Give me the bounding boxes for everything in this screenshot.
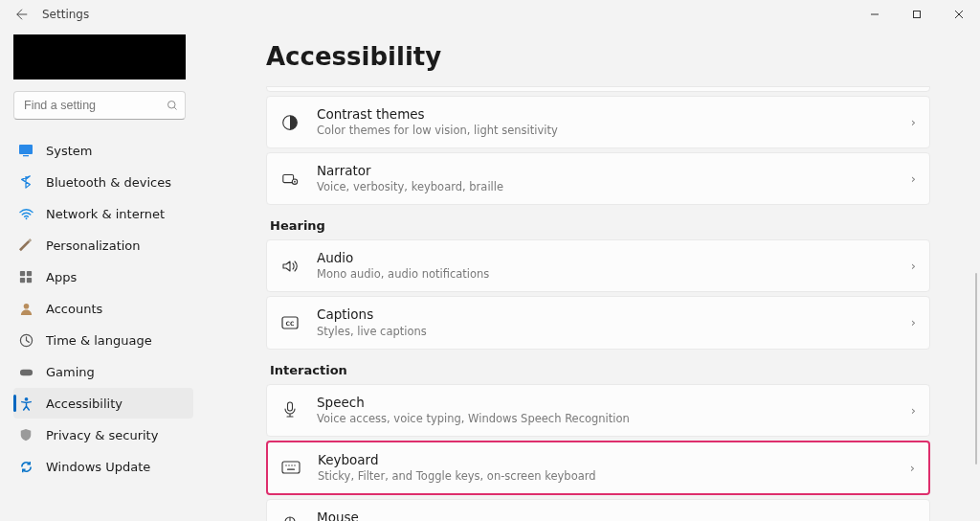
svg-rect-3: [23, 155, 29, 156]
mouse-icon: [278, 516, 301, 521]
network-icon: [17, 205, 34, 222]
scrollbar[interactable]: [975, 273, 977, 464]
sidebar-item-label: Windows Update: [46, 460, 150, 474]
card-narrator[interactable]: Narrator Voice, verbosity, keyboard, bra…: [266, 152, 930, 205]
search-input[interactable]: [13, 91, 186, 120]
card-title: Audio: [317, 250, 911, 265]
card-title: Speech: [317, 395, 911, 410]
section-hearing: Hearing: [270, 218, 930, 233]
speech-icon: [278, 401, 301, 419]
time-icon: [17, 331, 34, 349]
profile-block[interactable]: [13, 34, 186, 79]
svg-point-16: [294, 180, 296, 182]
close-button[interactable]: [938, 0, 980, 29]
minimize-button[interactable]: [854, 0, 896, 29]
sidebar-item-accessibility[interactable]: Accessibility: [13, 388, 193, 419]
captions-icon: CC: [278, 315, 301, 330]
sidebar-item-label: Privacy & security: [46, 428, 158, 442]
keyboard-icon: [279, 461, 302, 474]
sidebar-item-label: Time & language: [46, 333, 152, 348]
svg-text:CC: CC: [286, 319, 295, 326]
card-title: Contrast themes: [317, 106, 911, 122]
sidebar-item-time[interactable]: Time & language: [13, 325, 193, 355]
back-arrow-icon: [15, 8, 29, 21]
gaming-icon: [17, 363, 34, 380]
chevron-right-icon: ›: [911, 403, 916, 418]
sidebar-item-personalization[interactable]: Personalization: [13, 230, 193, 260]
card-subtitle: Styles, live captions: [317, 325, 911, 339]
update-icon: [17, 458, 34, 475]
section-interaction: Interaction: [270, 363, 930, 377]
search-icon: [167, 100, 178, 111]
svg-rect-20: [282, 462, 300, 473]
page-title: Accessibility: [266, 42, 930, 71]
accounts-icon: [17, 300, 34, 317]
app-body: System Bluetooth & devices Network & int…: [0, 29, 980, 521]
svg-point-23: [291, 464, 292, 465]
sidebar-item-label: Accessibility: [46, 396, 122, 411]
main-content: Accessibility Contrast themes Color them…: [203, 29, 980, 521]
sidebar-item-bluetooth[interactable]: Bluetooth & devices: [13, 167, 193, 197]
personalization-icon: [17, 237, 34, 254]
sidebar-item-accounts[interactable]: Accounts: [13, 293, 193, 324]
sidebar-item-label: Gaming: [46, 365, 95, 379]
system-icon: [17, 142, 34, 159]
sidebar-item-system[interactable]: System: [13, 135, 193, 166]
chevron-right-icon: ›: [911, 315, 916, 329]
card-subtitle: Voice, verbosity, keyboard, braille: [317, 180, 911, 194]
svg-rect-0: [914, 11, 921, 18]
card-title: Narrator: [317, 163, 911, 178]
sidebar-nav: System Bluetooth & devices Network & int…: [13, 135, 193, 482]
contrast-icon: [278, 114, 301, 131]
svg-point-24: [294, 464, 295, 465]
sidebar-item-label: Apps: [46, 270, 77, 284]
sidebar-item-windows-update[interactable]: Windows Update: [13, 451, 193, 482]
chevron-right-icon: ›: [911, 171, 916, 186]
card-title: Captions: [317, 306, 911, 322]
svg-point-22: [288, 464, 289, 465]
bluetooth-icon: [17, 173, 34, 191]
sidebar-item-apps[interactable]: Apps: [13, 261, 193, 292]
card-title: Mouse: [317, 510, 911, 521]
card-title: Keyboard: [318, 452, 910, 467]
sidebar-item-privacy[interactable]: Privacy & security: [13, 419, 193, 450]
narrator-icon: [278, 170, 301, 188]
accessibility-icon: [17, 395, 34, 412]
sidebar-item-network[interactable]: Network & internet: [13, 198, 193, 229]
card-subtitle: Color themes for low vision, light sensi…: [317, 124, 911, 138]
svg-rect-5: [20, 271, 25, 276]
titlebar: Settings: [0, 0, 980, 29]
apps-icon: [17, 268, 34, 285]
card-captions[interactable]: CC Captions Styles, live captions ›: [266, 296, 930, 349]
svg-point-4: [25, 217, 27, 219]
svg-rect-11: [19, 369, 32, 375]
sidebar: System Bluetooth & devices Network & int…: [0, 29, 203, 521]
card-subtitle: Sticky, Filter, and Toggle keys, on-scre…: [318, 469, 910, 484]
back-button[interactable]: [13, 6, 31, 23]
sidebar-item-gaming[interactable]: Gaming: [13, 356, 193, 387]
card-subtitle: Mono audio, audio notifications: [317, 267, 911, 282]
card-speech[interactable]: Speech Voice access, voice typing, Windo…: [266, 384, 930, 437]
sidebar-item-label: Network & internet: [46, 207, 165, 221]
card-contrast-themes[interactable]: Contrast themes Color themes for low vis…: [266, 96, 930, 148]
privacy-icon: [17, 426, 34, 443]
card-subtitle: Voice access, voice typing, Windows Spee…: [317, 412, 911, 426]
svg-point-21: [285, 464, 286, 465]
search-wrap: [13, 91, 193, 120]
chevron-right-icon: ›: [911, 259, 916, 273]
audio-icon: [278, 258, 301, 275]
chevron-right-icon: ›: [910, 461, 915, 475]
svg-rect-2: [19, 145, 33, 154]
chevron-right-icon: ›: [911, 115, 916, 129]
svg-rect-19: [288, 402, 293, 411]
svg-rect-8: [27, 278, 32, 283]
card-keyboard[interactable]: Keyboard Sticky, Filter, and Toggle keys…: [266, 441, 930, 495]
svg-rect-7: [20, 278, 25, 283]
window-controls: [854, 0, 980, 29]
card-audio[interactable]: Audio Mono audio, audio notifications ›: [266, 239, 930, 292]
svg-point-12: [24, 396, 28, 400]
sidebar-item-label: Personalization: [46, 238, 141, 253]
maximize-button[interactable]: [896, 0, 938, 29]
card-mouse[interactable]: Mouse Mouse keys, speed, acceleration ›: [266, 499, 930, 521]
sidebar-item-label: Accounts: [46, 302, 102, 316]
